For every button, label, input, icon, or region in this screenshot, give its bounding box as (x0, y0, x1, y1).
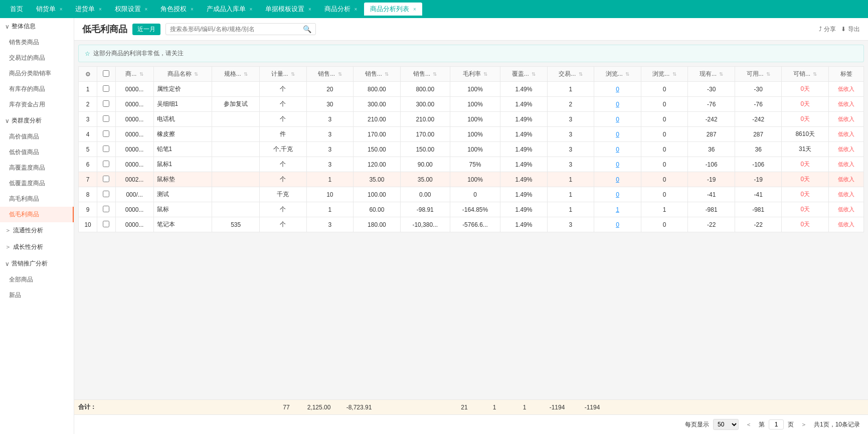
nav-item-auth[interactable]: 权限设置 × (109, 3, 153, 16)
col-header-tag[interactable]: 标签 (829, 67, 864, 82)
close-icon[interactable]: × (354, 7, 357, 12)
browse-link[interactable]: 0 (616, 146, 619, 153)
col-header-sale-qty[interactable]: 销售... ⇅ (306, 67, 354, 82)
period-button[interactable]: 近一月 (132, 24, 160, 35)
cell-browse1[interactable]: 1 (594, 202, 641, 217)
nav-item-home[interactable]: 首页 (4, 3, 29, 16)
cell-browse1[interactable]: 0 (594, 97, 641, 112)
select-all-checkbox[interactable] (103, 70, 109, 77)
cell-check[interactable] (97, 112, 116, 127)
cell-browse1[interactable]: 0 (594, 217, 641, 232)
sidebar-group-overall[interactable]: ∨ 整体信息 (0, 18, 74, 35)
cell-check[interactable] (97, 172, 116, 187)
search-input[interactable] (170, 26, 303, 33)
cell-browse1[interactable]: 0 (594, 157, 641, 172)
col-header-saleable[interactable]: 可销... ⇅ (782, 67, 829, 82)
nav-item-analysis-list[interactable]: 商品分析列表 × (364, 3, 422, 16)
row-checkbox[interactable] (103, 221, 109, 227)
browse-link[interactable]: 0 (616, 176, 619, 183)
prev-page-button[interactable]: ＜ (743, 419, 755, 430)
page-size-select[interactable]: 50 100 200 (713, 419, 739, 430)
browse-link[interactable]: 0 (616, 191, 619, 198)
browse-link[interactable]: 0 (616, 101, 619, 108)
sidebar-item-high-value[interactable]: 高价值商品 (0, 129, 74, 144)
close-icon[interactable]: × (145, 7, 148, 12)
cell-check[interactable] (97, 157, 116, 172)
col-header-gross-margin[interactable]: 毛利率 ⇅ (450, 67, 500, 82)
row-checkbox[interactable] (103, 130, 109, 137)
nav-item-role[interactable]: 角色授权 × (154, 3, 199, 16)
cell-check[interactable] (97, 127, 116, 142)
sidebar-group-growth[interactable]: ＞ 成长性分析 (0, 239, 74, 255)
export-button[interactable]: ⬇ 导出 (841, 25, 860, 34)
nav-item-product-entry[interactable]: 产成品入库单 × (201, 3, 258, 16)
row-checkbox[interactable] (103, 100, 109, 107)
cell-check[interactable] (97, 142, 116, 157)
nav-item-purchase[interactable]: 进货单 × (69, 3, 107, 16)
sidebar-item-low-margin[interactable]: 低毛利商品 (0, 207, 74, 222)
browse-link[interactable]: 0 (616, 161, 619, 168)
row-checkbox[interactable] (103, 85, 109, 92)
close-icon[interactable]: × (308, 7, 311, 12)
next-page-button[interactable]: ＞ (798, 419, 810, 430)
sidebar-item-stock-funds[interactable]: 库存资金占用 (0, 97, 74, 112)
cell-check[interactable] (97, 97, 116, 112)
sidebar-item-all-goods[interactable]: 全部商品 (0, 272, 74, 287)
col-header-code[interactable]: 商... ⇅ (115, 67, 153, 82)
sidebar-item-new-goods[interactable]: 新品 (0, 287, 74, 303)
close-icon[interactable]: × (413, 7, 416, 12)
col-header-name[interactable]: 商品名称 ⇅ (153, 67, 212, 82)
col-header-sale-price[interactable]: 销售... ⇅ (354, 67, 401, 82)
sidebar-item-traded-goods[interactable]: 交易过的商品 (0, 50, 74, 66)
sidebar-group-cluster[interactable]: ∨ 类群度分析 (0, 112, 74, 129)
cell-browse1[interactable]: 0 (594, 82, 641, 97)
row-checkbox[interactable] (103, 191, 109, 197)
table-wrapper[interactable]: ⚙ 商... ⇅ 商品名称 ⇅ 规格... ⇅ 计量... ⇅ 销售... ⇅ … (78, 66, 864, 399)
share-button[interactable]: ⤴ 分享 (819, 25, 836, 34)
row-checkbox[interactable] (103, 115, 109, 122)
browse-link[interactable]: 0 (616, 131, 619, 138)
cell-check[interactable] (97, 202, 116, 217)
sidebar-item-low-coverage[interactable]: 低覆盖度商品 (0, 176, 74, 191)
row-checkbox[interactable] (103, 206, 109, 212)
col-header-spec[interactable]: 规格... ⇅ (212, 67, 260, 82)
close-icon[interactable]: × (191, 7, 194, 12)
row-checkbox[interactable] (103, 161, 109, 167)
row-checkbox[interactable] (103, 146, 109, 152)
col-header-current[interactable]: 现有... ⇅ (688, 67, 735, 82)
sidebar-item-sales-goods[interactable]: 销售类商品 (0, 35, 74, 50)
row-checkbox[interactable] (103, 176, 109, 182)
page-number-input[interactable] (769, 419, 784, 429)
close-icon[interactable]: × (250, 7, 253, 12)
col-header-trade[interactable]: 交易... ⇅ (547, 67, 594, 82)
cell-browse1[interactable]: 0 (594, 172, 641, 187)
cell-check[interactable] (97, 217, 116, 232)
browse-link[interactable]: 0 (616, 86, 619, 93)
close-icon[interactable]: × (99, 7, 102, 12)
col-header-available[interactable]: 可用... ⇅ (735, 67, 782, 82)
cell-check[interactable] (97, 82, 116, 97)
col-header-browse2[interactable]: 浏览... ⇅ (641, 67, 688, 82)
sidebar-item-high-margin[interactable]: 高毛利商品 (0, 191, 74, 207)
cell-browse1[interactable]: 0 (594, 187, 641, 202)
col-header-browse1[interactable]: 浏览... ⇅ (594, 67, 641, 82)
browse-link[interactable]: 1 (616, 206, 619, 213)
col-header-unit[interactable]: 计量... ⇅ (260, 67, 307, 82)
nav-item-sales[interactable]: 销货单 × (30, 3, 68, 16)
sidebar-item-high-coverage[interactable]: 高覆盖度商品 (0, 160, 74, 176)
browse-link[interactable]: 0 (616, 221, 619, 228)
nav-item-analysis[interactable]: 商品分析 × (318, 3, 363, 16)
nav-item-template[interactable]: 单据模板设置 × (259, 3, 317, 16)
cell-browse1[interactable]: 0 (594, 142, 641, 157)
cell-browse1[interactable]: 0 (594, 112, 641, 127)
col-header-sale-profit[interactable]: 销售... ⇅ (400, 67, 450, 82)
sidebar-item-in-stock[interactable]: 有库存的商品 (0, 81, 74, 97)
sidebar-item-low-value[interactable]: 低价值商品 (0, 144, 74, 160)
browse-link[interactable]: 0 (616, 116, 619, 123)
sidebar-group-marketing[interactable]: ∨ 营销推广分析 (0, 255, 74, 272)
col-header-coverage[interactable]: 覆盖... ⇅ (500, 67, 548, 82)
sidebar-item-category-rate[interactable]: 商品分类助销率 (0, 66, 74, 81)
col-header-check[interactable] (97, 67, 116, 82)
col-header-setting[interactable]: ⚙ (79, 67, 97, 82)
close-icon[interactable]: × (60, 7, 63, 12)
